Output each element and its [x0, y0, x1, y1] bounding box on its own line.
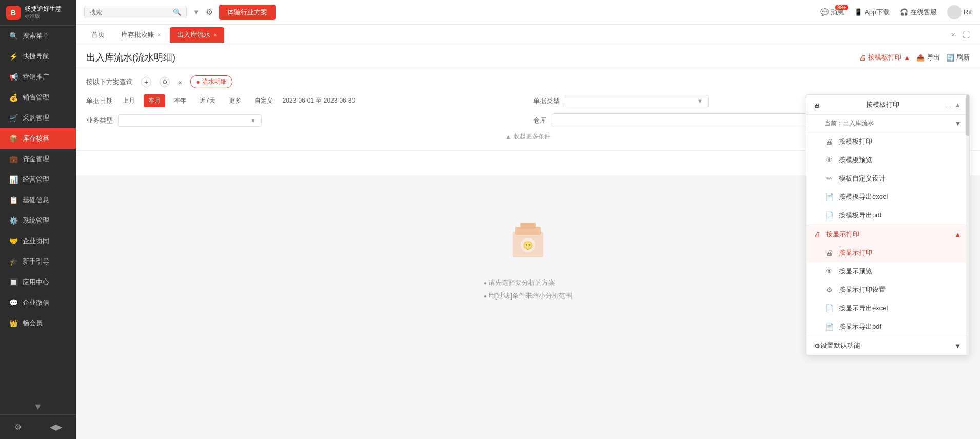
filter-collapse-button[interactable]: « — [178, 78, 182, 86]
app-download-button[interactable]: 📱 App下载 — [854, 8, 890, 17]
sidebar-item-finance[interactable]: 💼 资金管理 — [0, 149, 76, 169]
topbar: 🔍 ▼ ⚙ 体验行业方案 💬 消息 99+ 📱 App下载 🎧 在线客服 Rit — [76, 0, 980, 25]
sidebar-label-operations: 经营管理 — [23, 175, 68, 184]
dropdown-footer[interactable]: ⚙ 设置默认功能 ▼ — [806, 336, 969, 355]
date-this-year-btn[interactable]: 本年 — [169, 94, 191, 107]
sidebar-item-inventory[interactable]: 📦 库存核算 — [0, 128, 76, 149]
dropdown-display-excel[interactable]: 📄 按显示导出excel — [806, 299, 969, 317]
trial-button[interactable]: 体验行业方案 — [219, 5, 276, 20]
app-version: 标准版 — [25, 13, 62, 20]
online-service-button[interactable]: 🎧 在线客服 — [900, 8, 937, 17]
bill-type-arrow-icon: ▼ — [697, 98, 703, 104]
sidebar-item-operations[interactable]: 📊 经营管理 — [0, 169, 76, 190]
sidebar-item-member[interactable]: 👑 畅会员 — [0, 313, 76, 333]
dropdown-template-print[interactable]: 🖨 按模板打印 — [806, 132, 969, 151]
sidebar-scroll-down[interactable]: ▼ — [0, 400, 76, 414]
sidebar-item-basic[interactable]: 📋 基础信息 — [0, 190, 76, 210]
export-icon: 📤 — [916, 54, 925, 62]
gear-icon[interactable]: ⚙ — [206, 7, 213, 17]
filter-tag-flow[interactable]: ● 流水明细 — [190, 75, 232, 88]
bill-type-select[interactable]: ▼ — [565, 95, 709, 107]
date-this-month-btn[interactable]: 本月 — [144, 94, 165, 107]
sidebar-item-search[interactable]: 🔍 搜索菜单 — [0, 26, 76, 46]
search-input[interactable] — [90, 9, 173, 16]
ellipsis-icon[interactable]: … — [945, 101, 951, 109]
tab-batch-close[interactable]: × — [158, 32, 161, 38]
dropdown-display-header[interactable]: 🖨 按显示打印 ▲ — [806, 225, 969, 244]
date-custom-btn[interactable]: 自定义 — [250, 94, 278, 107]
export-button[interactable]: 📤 导出 — [916, 53, 940, 62]
message-icon: 💬 — [820, 8, 829, 16]
sidebar-item-collab[interactable]: 🤝 企业协同 — [0, 231, 76, 251]
template-print-label: 按模板打印 — [839, 137, 872, 146]
filter-tag-icon: ● — [196, 78, 200, 86]
chevron-up-icon[interactable]: ▲ — [954, 101, 961, 109]
filter-config-button[interactable]: ⚙ — [160, 77, 170, 87]
sidebar-item-guide[interactable]: 🎓 新手引导 — [0, 251, 76, 272]
date-last-month-btn[interactable]: 上月 — [118, 94, 140, 107]
sidebar-collapse-button[interactable]: ◀▶ — [47, 419, 65, 435]
pdf-icon: 📄 — [825, 211, 834, 220]
sidebar-bottom: ⚙ ◀▶ — [0, 414, 76, 439]
sidebar-label-basic: 基础信息 — [23, 195, 68, 205]
sidebar-item-apps[interactable]: 🔲 应用中心 — [0, 272, 76, 292]
sidebar-item-system[interactable]: ⚙️ 系统管理 — [0, 210, 76, 231]
wechat-icon: 💬 — [8, 298, 18, 307]
dropdown-template-preview[interactable]: 👁 按模板预览 — [806, 151, 969, 169]
dropdown-display-print[interactable]: 🖨 按显示打印 — [806, 244, 969, 262]
dropdown-display-print-settings[interactable]: ⚙ 按显示打印设置 — [806, 281, 969, 299]
sidebar-item-marketing[interactable]: 📢 营销推广 — [0, 67, 76, 87]
tab-batch[interactable]: 库存批次账 × — [114, 27, 168, 43]
download-icon: 📱 — [854, 8, 863, 16]
footer-label: 设置默认功能 — [820, 341, 860, 350]
tab-flow-close[interactable]: × — [213, 32, 217, 38]
sidebar-label-guide: 新手引导 — [23, 257, 68, 266]
tab-close-all-icon[interactable]: × — [949, 30, 957, 40]
dropdown-template-pdf[interactable]: 📄 按模板导出pdf — [806, 206, 969, 225]
settings-icon: ⚙ — [814, 342, 820, 350]
dropdown-display-pdf[interactable]: 📄 按显示导出pdf — [806, 317, 969, 336]
scrollbar-track[interactable] — [966, 95, 969, 355]
logo-icon: B — [6, 6, 21, 20]
scrollbar-thumb[interactable] — [966, 95, 969, 136]
settings-button[interactable]: ⚙ — [11, 419, 25, 435]
dropdown-display-preview[interactable]: 👁 按显示预览 — [806, 262, 969, 281]
sidebar-label-sales: 销售管理 — [23, 93, 68, 102]
user-avatar-button[interactable]: Rit — [947, 5, 972, 19]
topbar-search-box[interactable]: 🔍 — [84, 6, 187, 18]
operations-icon: 📊 — [8, 175, 18, 184]
tab-resize-icon[interactable]: ⛶ — [961, 30, 972, 40]
sidebar-item-wechat[interactable]: 💬 企业微信 — [0, 292, 76, 313]
date-last7days-btn[interactable]: 近7天 — [195, 94, 220, 107]
refresh-button[interactable]: 🔄 刷新 — [946, 53, 970, 62]
chevron-down-icon[interactable]: ▼ — [193, 8, 200, 16]
print-template-button[interactable]: 🖨 按模板打印 ▲ — [859, 53, 910, 62]
chevron-up-icon: ▲ — [954, 231, 961, 238]
tab-home-label: 首页 — [91, 30, 105, 39]
sidebar-item-quicknav[interactable]: ⚡ 快捷导航 — [0, 46, 76, 67]
date-more-btn[interactable]: 更多 — [224, 94, 246, 107]
dropdown-current-template[interactable]: 当前：出入库流水 ▼ — [806, 115, 969, 132]
dropdown-template-custom[interactable]: ✏ 模板自定义设计 — [806, 169, 969, 188]
current-template-arrow-icon: ▼ — [955, 120, 961, 127]
sidebar-item-purchase[interactable]: 🛒 采购管理 — [0, 108, 76, 128]
chevron-down-icon: ▼ — [33, 402, 43, 412]
svg-text:😐: 😐 — [523, 241, 533, 250]
business-type-select[interactable]: ▼ — [118, 114, 262, 127]
topbar-right: 💬 消息 99+ 📱 App下载 🎧 在线客服 Rit — [820, 5, 972, 19]
excel-icon: 📄 — [825, 193, 834, 201]
template-excel-label: 按模板导出excel — [839, 192, 888, 202]
empty-tip-1: 请先选择要分析的方案 — [484, 276, 572, 289]
dropdown-template-excel[interactable]: 📄 按模板导出excel — [806, 188, 969, 206]
message-badge: 99+ — [835, 5, 848, 10]
chevron-up-icon: ▲ — [904, 54, 910, 62]
message-button[interactable]: 💬 消息 99+ — [820, 8, 844, 17]
filter-add-button[interactable]: + — [141, 77, 151, 87]
tab-flow[interactable]: 出入库流水 × — [170, 27, 224, 43]
tab-home[interactable]: 首页 — [84, 27, 112, 43]
collab-icon: 🤝 — [8, 237, 18, 245]
username-label: Rit — [964, 8, 972, 16]
system-icon: ⚙️ — [8, 216, 18, 225]
content-area: 出入库流水(流水明细) 🖨 按模板打印 ▲ 📤 导出 🔄 刷新 — [76, 45, 980, 439]
sidebar-item-sales[interactable]: 💰 销售管理 — [0, 87, 76, 108]
